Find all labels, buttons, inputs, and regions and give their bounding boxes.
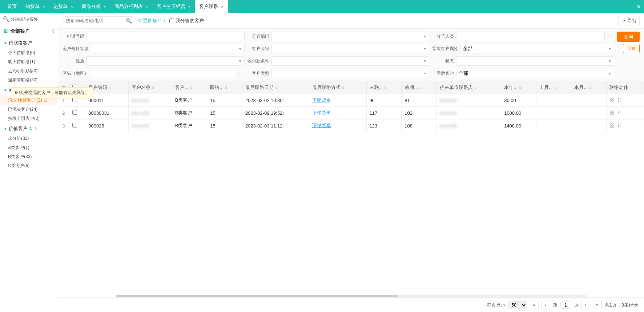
top-navigation: 首页 销货单 × 进货单 × 商品分析 × 商品分析列表 × 客户分层经营 × … <box>0 0 644 13</box>
sort-unit-contact-icon[interactable]: ⇅ <box>474 86 477 90</box>
page-number-input[interactable] <box>560 301 571 309</box>
nav-tab-customer-contact[interactable]: 客户联系 × <box>195 0 228 13</box>
nav-tab-customer-layering[interactable]: 客户分层经营 × <box>153 0 195 13</box>
action-link-icon[interactable]: ⛓ <box>609 110 615 116</box>
filter-price-grade-select[interactable]: ▼ <box>91 44 245 53</box>
column-last-month-header[interactable]: 上月... ⇅ <box>536 81 571 94</box>
sort-overdue-icon[interactable]: ⇅ <box>419 86 422 90</box>
region-dots-icon[interactable]: ··· <box>237 70 245 76</box>
close-tab-analysis-icon[interactable]: × <box>104 4 106 9</box>
close-tab-analysis-list-icon[interactable]: × <box>146 4 148 9</box>
filter-my-customers[interactable]: 我分管的客户 <box>169 17 204 24</box>
close-tab-customer-layering-icon[interactable]: × <box>188 4 190 9</box>
filter-customer-grade-select[interactable]: ▼ <box>271 44 430 53</box>
column-last-date-header[interactable]: 最后联络日期 ⇅ <box>242 81 309 94</box>
sidebar-item-c-class[interactable]: C类客户(6) <box>0 161 58 170</box>
action-more-icon[interactable]: ⠿ <box>617 97 621 103</box>
sort-contact-icon[interactable]: ⇅ <box>225 86 228 90</box>
sort-code-icon[interactable]: ⇅ <box>108 86 111 90</box>
column-unlinked-header[interactable]: 未联... ⇅ <box>366 81 402 94</box>
filter-nature-select[interactable]: ▼ <box>86 56 245 66</box>
export-button[interactable]: ↗ 导出 <box>618 16 640 25</box>
row-last-method[interactable]: 下销货单 <box>309 94 366 107</box>
tooltip-warning: 90天未交易的客户，可能有流失风险。 <box>11 87 58 98</box>
nav-tab-sales[interactable]: 销货单 × <box>21 0 49 13</box>
nav-tab-purchase[interactable]: 进货单 × <box>49 0 77 13</box>
sidebar-search-box: 🔍 <box>0 13 58 25</box>
next-page-button[interactable]: › <box>581 301 590 309</box>
table-wrapper: ⚙ 客户编码 ⇅ 客户名称 <box>58 81 644 295</box>
sort-this-month-icon[interactable]: ⇅ <box>589 86 592 90</box>
nav-home[interactable]: 首页 <box>3 0 21 13</box>
column-name-header[interactable]: 客户名称 ⇅ <box>129 81 172 94</box>
column-overdue-header[interactable]: 逾期... ⇅ <box>402 81 437 94</box>
filter-retail-attr-label: 零散客户属性 <box>432 46 458 52</box>
refresh-icon[interactable]: ↻ <box>29 126 33 131</box>
sidebar-item-ungrouped[interactable]: 未分组(32) <box>0 134 58 143</box>
filter-retail-customer-select[interactable]: 全部 ▼ <box>456 69 614 78</box>
row-checkbox[interactable] <box>72 123 77 127</box>
sort-last-date-icon[interactable]: ⇅ <box>275 86 278 90</box>
column-type-header[interactable]: 客户... ⇅ <box>172 81 207 94</box>
row-checkbox[interactable] <box>72 110 77 115</box>
edit-icon[interactable]: ✎ <box>34 126 38 131</box>
first-page-button[interactable]: « <box>530 301 539 309</box>
sidebar-section-pending[interactable]: ▼ 待联络客户 <box>0 37 58 48</box>
customer-type-chevron-icon: ▼ <box>423 72 427 76</box>
sort-this-year-icon[interactable]: ⇅ <box>519 86 522 90</box>
sidebar-item-a-class[interactable]: A类客户(1) <box>0 143 58 152</box>
prev-page-button[interactable]: ‹ <box>542 301 550 309</box>
query-button[interactable]: 查询 <box>617 32 640 42</box>
per-page-select[interactable]: 50 20 100 <box>508 301 527 309</box>
action-link-icon[interactable]: ⛓ <box>609 97 615 103</box>
row-last-method[interactable]: 下销货单 <box>309 119 366 132</box>
sidebar-all-customers[interactable]: ⊞ 全部客户 《 <box>0 25 58 37</box>
sort-unlinked-icon[interactable]: ⇅ <box>384 86 387 90</box>
close-tab-customer-contact-icon[interactable]: × <box>221 4 223 9</box>
filter-person-input[interactable] <box>456 32 605 41</box>
filter-retail-attr-select[interactable]: 全部 ▼ <box>460 44 614 53</box>
sidebar-item-overdue[interactable]: 逾期未联络(30) <box>0 76 58 85</box>
sort-last-method-icon[interactable]: ⇅ <box>342 86 345 90</box>
filter-phone-input[interactable] <box>86 32 245 41</box>
scrollbar-thumb[interactable] <box>116 295 398 297</box>
sidebar-item-declining[interactable]: 持续下滑客户(2) <box>0 114 58 123</box>
my-customers-checkbox[interactable] <box>169 19 174 23</box>
close-tab-purchase-icon[interactable]: × <box>71 4 73 9</box>
column-this-year-header[interactable]: 本年... ⇅ <box>501 81 536 94</box>
close-tab-sales-icon[interactable]: × <box>43 4 45 9</box>
column-unit-contact-header[interactable]: 往来单位联系人 ⇅ <box>436 81 501 94</box>
filter-status-select[interactable]: ▼ <box>456 56 614 66</box>
person-dots-icon[interactable]: ··· <box>607 33 614 39</box>
window-close-icon[interactable]: ✕ <box>636 3 641 10</box>
action-more-icon[interactable]: ⠿ <box>617 123 621 129</box>
filter-region-input[interactable] <box>91 69 235 78</box>
filter-customer-type-select[interactable]: ▼ <box>271 69 430 78</box>
horizontal-scrollbar[interactable] <box>116 295 586 297</box>
last-page-button[interactable]: » <box>593 301 602 309</box>
column-this-month-header[interactable]: 本月... ⇅ <box>571 81 607 94</box>
filter-search-input[interactable] <box>66 18 124 23</box>
sidebar-search-input[interactable] <box>11 16 55 21</box>
sidebar-item-tomorrow[interactable]: 明天待联络(1) <box>0 57 58 66</box>
action-more-icon[interactable]: ⠿ <box>617 110 621 116</box>
sort-name-icon[interactable]: ⇅ <box>152 86 154 90</box>
sidebar-section-value[interactable]: ▼ 价值客户 ↻ ✎ <box>0 123 58 134</box>
sidebar-item-7days[interactable]: 近7天待联络(0) <box>0 66 58 76</box>
sort-type-icon[interactable]: ⇅ <box>189 86 192 90</box>
filter-search-icon[interactable]: 🔍 <box>126 18 132 24</box>
settings-button[interactable]: 设置 <box>623 44 640 53</box>
sidebar-item-today[interactable]: 今天待联络(0) <box>0 48 58 57</box>
row-last-method[interactable]: 下销货单 <box>309 107 366 119</box>
filter-payment-select[interactable]: ▼ <box>271 56 430 66</box>
filter-dept-select[interactable]: ▼ <box>271 32 430 41</box>
sidebar-item-b-class[interactable]: B类客户(33) <box>0 152 58 161</box>
sidebar-item-churned[interactable]: 已流失客户(24) <box>0 105 58 114</box>
action-link-icon[interactable]: ⛓ <box>609 123 615 129</box>
nav-tab-analysis[interactable]: 商品分析 × <box>77 0 110 13</box>
filter-more-button[interactable]: ▽ 更多条件 ∧ <box>138 17 166 24</box>
nav-tab-analysis-list[interactable]: 商品分析列表 × <box>110 0 152 13</box>
sort-last-month-icon[interactable]: ⇅ <box>554 86 557 90</box>
column-contact-header[interactable]: 联络... ⇅ <box>207 81 242 94</box>
column-last-method-header[interactable]: 最后联络方式 ⇅ <box>309 81 366 94</box>
